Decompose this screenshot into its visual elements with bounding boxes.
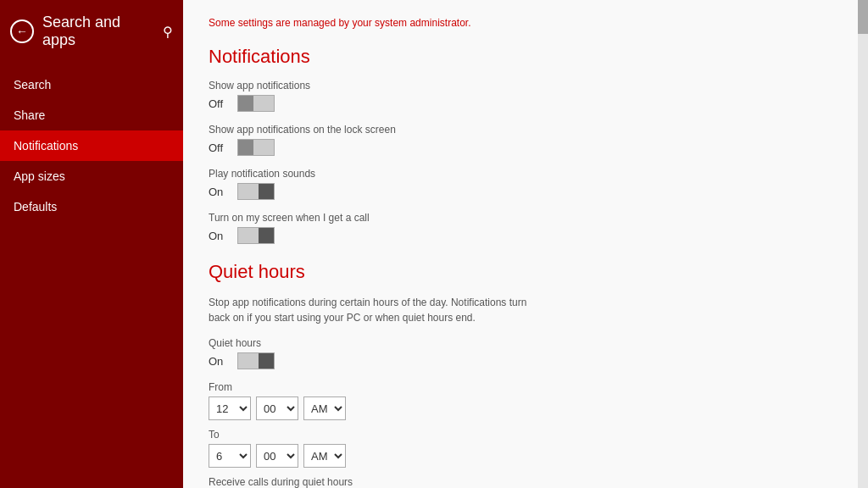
admin-notice: Some settings are managed by your system… (209, 17, 843, 29)
screen-call-toggle[interactable] (237, 227, 275, 244)
scrollbar[interactable] (858, 0, 868, 488)
from-min-select[interactable]: 00153045 (256, 396, 298, 420)
sidebar-title: Search and apps (42, 14, 154, 49)
to-min-select[interactable]: 00153045 (256, 444, 298, 468)
screen-call-knob (259, 228, 274, 243)
quiet-hours-toggle-row: Quiet hours On (209, 337, 843, 369)
sidebar-header: ← Search and apps ⚲ (0, 0, 183, 63)
play-sounds-state: On (209, 186, 229, 198)
play-sounds-toggle[interactable] (237, 183, 275, 200)
to-label: To (209, 429, 843, 441)
quiet-hours-knob (259, 353, 274, 369)
setting-play-sounds: Play notification sounds On (209, 168, 843, 200)
to-ampm-select[interactable]: AMPM (303, 444, 346, 468)
sidebar-item-search[interactable]: Search (0, 69, 183, 100)
quiet-hours-section-title: Quiet hours (209, 261, 843, 283)
show-app-notif-state: Off (209, 97, 229, 110)
from-ampm-select[interactable]: AMPM (303, 396, 346, 420)
sidebar-item-notifications[interactable]: Notifications (0, 130, 183, 161)
screen-call-state: On (209, 230, 229, 242)
quiet-hours-desc: Stop app notifications during certain ho… (209, 295, 531, 325)
lock-screen-toggle[interactable] (237, 139, 275, 156)
show-app-notif-toggle[interactable] (237, 95, 275, 112)
screen-call-label: Turn on my screen when I get a call (209, 212, 843, 224)
setting-show-app-notif: Show app notifications Off (209, 80, 843, 112)
setting-receive-calls: Receive calls during quiet hours On (209, 476, 843, 488)
play-sounds-label: Play notification sounds (209, 168, 843, 180)
from-dropdowns: 12123 4567 891011 00153045 AMPM (209, 396, 843, 420)
to-dropdowns: 12123 4567 891011 00153045 AMPM (209, 444, 843, 468)
scrollbar-thumb[interactable] (858, 0, 868, 34)
notifications-section-title: Notifications (209, 46, 843, 68)
search-icon-button[interactable]: ⚲ (163, 24, 173, 40)
from-row: From 12123 4567 891011 00153045 AMPM (209, 381, 843, 420)
sidebar-item-defaults[interactable]: Defaults (0, 191, 183, 222)
to-hour-select[interactable]: 12123 4567 891011 (209, 444, 251, 468)
lock-screen-state: Off (209, 141, 229, 154)
to-row: To 12123 4567 891011 00153045 AMPM (209, 429, 843, 468)
sidebar-item-share[interactable]: Share (0, 100, 183, 130)
sidebar: ← Search and apps ⚲ Search Share Notific… (0, 0, 183, 488)
setting-screen-call: Turn on my screen when I get a call On (209, 212, 843, 244)
from-label: From (209, 381, 843, 393)
setting-show-app-notif-label: Show app notifications (209, 80, 843, 92)
lock-screen-label: Show app notifications on the lock scree… (209, 124, 843, 136)
show-app-notif-knob (238, 96, 253, 111)
sidebar-item-app-sizes[interactable]: App sizes (0, 161, 183, 191)
receive-calls-label: Receive calls during quiet hours (209, 476, 843, 488)
quiet-hours-label: Quiet hours (209, 337, 843, 349)
play-sounds-knob (259, 184, 274, 199)
lock-screen-knob (238, 140, 253, 155)
quiet-hours-toggle[interactable] (237, 352, 275, 369)
quiet-hours-state: On (209, 355, 229, 368)
back-button[interactable]: ← (10, 19, 34, 43)
setting-lock-screen: Show app notifications on the lock scree… (209, 124, 843, 156)
sidebar-nav: Search Share Notifications App sizes Def… (0, 69, 183, 222)
from-hour-select[interactable]: 12123 4567 891011 (209, 396, 251, 420)
main-content: Some settings are managed by your system… (183, 0, 868, 488)
